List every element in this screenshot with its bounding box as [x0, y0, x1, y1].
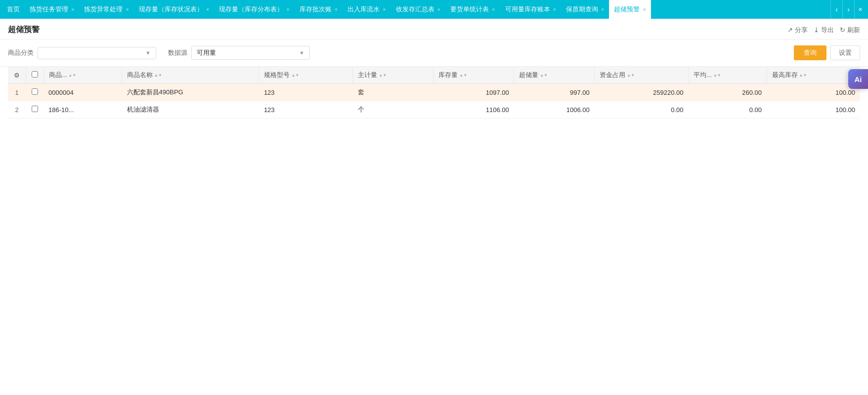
data-source-filter: 数据源 可用量 ▼ — [168, 46, 310, 60]
td-stock: 1106.00 — [434, 101, 514, 118]
td-overstock: 1006.00 — [514, 101, 595, 118]
select-all-checkbox[interactable] — [32, 71, 38, 78]
th-product-code[interactable]: 商品...▲▼ — [43, 67, 122, 84]
th-avg[interactable]: 平均...▲▼ — [689, 67, 767, 84]
nav-item-home[interactable]: 首页 — [2, 0, 25, 19]
table-header-row: ⚙ 商品...▲▼ 商品名称▲▼ 规格型号▲▼ 主计量▲▼ 库存量▲▼ — [8, 67, 860, 84]
td-product-name: 机油滤清器 — [122, 101, 259, 118]
td-avg: 260.00 — [689, 84, 767, 101]
th-checkbox — [26, 67, 43, 84]
sort-icon-unit: ▲▼ — [379, 74, 387, 78]
table-row: 2 186-10... 机油滤清器 123 个 1106.00 1006.00 … — [8, 101, 860, 118]
td-spec: 123 — [259, 101, 353, 118]
nav-bar: 首页 拣货任务管理 × 拣货异常处理 × 现存量（库存状况表） × 现存量（库存… — [0, 0, 868, 19]
th-overstock[interactable]: 超储量▲▼ — [514, 67, 595, 84]
nav-item-stock-dist[interactable]: 现存量（库存分布表） × — [214, 0, 294, 19]
filter-actions: 查询 设置 — [794, 45, 860, 60]
nav-item-overstock[interactable]: 超储预警 × — [609, 0, 651, 19]
share-icon: ↗ — [787, 26, 793, 34]
product-category-label: 商品分类 — [8, 48, 34, 57]
td-unit: 个 — [353, 101, 434, 118]
td-product-name: 六配套新昌490BPG — [122, 84, 259, 101]
td-product-code: 0000004 — [43, 84, 122, 101]
table-row: 1 0000004 六配套新昌490BPG 123 套 1097.00 997.… — [8, 84, 860, 101]
td-product-code: 186-10... — [43, 101, 122, 118]
data-source-select[interactable]: 可用量 ▼ — [191, 46, 310, 60]
td-row-check[interactable] — [26, 101, 43, 118]
header-actions: ↗ 分享 ⤓ 导出 ↻ 刷新 — [787, 26, 860, 35]
td-row-num: 1 — [8, 84, 26, 101]
th-product-name[interactable]: 商品名称▲▼ — [122, 67, 259, 84]
sort-icon-product-code: ▲▼ — [68, 74, 76, 78]
sort-icon-spec: ▲▼ — [291, 74, 299, 78]
product-category-select[interactable]: ▼ — [38, 47, 156, 59]
sort-icon-product-name: ▲▼ — [154, 74, 162, 78]
overstock-table: ⚙ 商品...▲▼ 商品名称▲▼ 规格型号▲▼ 主计量▲▼ 库存量▲▼ — [8, 67, 860, 118]
nav-prev-arrow[interactable]: ‹ — [830, 0, 842, 19]
nav-item-batch[interactable]: 库存批次账 × — [295, 0, 343, 19]
sort-icon-stock: ▲▼ — [459, 74, 467, 78]
data-source-label: 数据源 — [168, 48, 187, 57]
td-row-num: 2 — [8, 101, 26, 118]
nav-item-stock-status[interactable]: 现存量（库存状况表） × — [134, 0, 214, 19]
th-spec[interactable]: 规格型号▲▼ — [259, 67, 353, 84]
nav-item-summary[interactable]: 收发存汇总表 × — [391, 0, 445, 19]
td-unit: 套 — [353, 84, 434, 101]
td-capital-use: 0.00 — [595, 101, 689, 118]
nav-next-arrow[interactable]: › — [842, 0, 854, 19]
export-icon: ⤓ — [814, 26, 819, 34]
nav-close-batch[interactable]: × — [335, 6, 338, 12]
td-capital-use: 259220.00 — [595, 84, 689, 101]
data-source-value: 可用量 — [197, 48, 216, 57]
chevron-down-icon: ▼ — [145, 50, 151, 56]
nav-item-task[interactable]: 拣货任务管理 × — [25, 0, 79, 19]
refresh-icon: ↻ — [840, 26, 845, 34]
td-max-stock: 100.00 — [767, 84, 860, 101]
refresh-button[interactable]: ↻ 刷新 — [840, 26, 860, 35]
th-max-stock[interactable]: 最高库存▲▼ — [767, 67, 860, 84]
sort-icon-overstock: ▲▼ — [540, 74, 548, 78]
nav-arrows: ‹ › × — [830, 0, 866, 19]
page-title: 超储预警 — [8, 25, 40, 35]
nav-close-stock-dist[interactable]: × — [286, 6, 289, 12]
nav-close-stock-status[interactable]: × — [206, 6, 209, 12]
nav-item-available[interactable]: 可用量库存账本 × — [500, 0, 561, 19]
query-button[interactable]: 查询 — [794, 45, 826, 60]
row-checkbox[interactable] — [32, 106, 38, 112]
chevron-down-icon-2: ▼ — [299, 50, 304, 56]
nav-item-inout[interactable]: 出入库流水 × — [343, 0, 391, 19]
td-avg: 0.00 — [689, 101, 767, 118]
td-spec: 123 — [259, 84, 353, 101]
nav-close-exception[interactable]: × — [126, 6, 129, 12]
nav-close-all[interactable]: × — [854, 0, 866, 19]
th-settings[interactable]: ⚙ — [8, 67, 26, 84]
ai-badge[interactable]: Ai — [848, 69, 868, 89]
nav-item-demand[interactable]: 要货单统计表 × — [445, 0, 500, 19]
sort-icon-max-stock: ▲▼ — [799, 74, 807, 78]
nav-close-available[interactable]: × — [553, 6, 556, 12]
sort-icon-capital-use: ▲▼ — [627, 74, 635, 78]
page-header: 超储预警 ↗ 分享 ⤓ 导出 ↻ 刷新 — [0, 19, 868, 40]
nav-item-exception[interactable]: 拣货异常处理 × — [79, 0, 133, 19]
th-unit[interactable]: 主计量▲▼ — [353, 67, 434, 84]
td-row-check[interactable] — [26, 84, 43, 101]
nav-close-task[interactable]: × — [71, 6, 74, 12]
nav-close-overstock[interactable]: × — [643, 6, 646, 12]
td-max-stock: 100.00 — [767, 101, 860, 118]
th-capital-use[interactable]: 资金占用▲▼ — [595, 67, 689, 84]
sort-icon-avg: ▲▼ — [713, 74, 721, 78]
nav-close-demand[interactable]: × — [492, 6, 495, 12]
th-stock[interactable]: 库存量▲▼ — [434, 67, 514, 84]
nav-close-expiry[interactable]: × — [601, 6, 604, 12]
nav-close-summary[interactable]: × — [437, 6, 440, 12]
nav-item-expiry[interactable]: 保质期查询 × — [561, 0, 609, 19]
td-stock: 1097.00 — [434, 84, 514, 101]
td-overstock: 997.00 — [514, 84, 595, 101]
table-container: ⚙ 商品...▲▼ 商品名称▲▼ 规格型号▲▼ 主计量▲▼ 库存量▲▼ — [0, 67, 868, 118]
nav-close-inout[interactable]: × — [383, 6, 386, 12]
export-button[interactable]: ⤓ 导出 — [814, 26, 834, 35]
product-category-filter: 商品分类 ▼ — [8, 47, 156, 59]
settings-button[interactable]: 设置 — [830, 45, 860, 60]
share-button[interactable]: ↗ 分享 — [787, 26, 808, 35]
row-checkbox[interactable] — [32, 88, 38, 95]
